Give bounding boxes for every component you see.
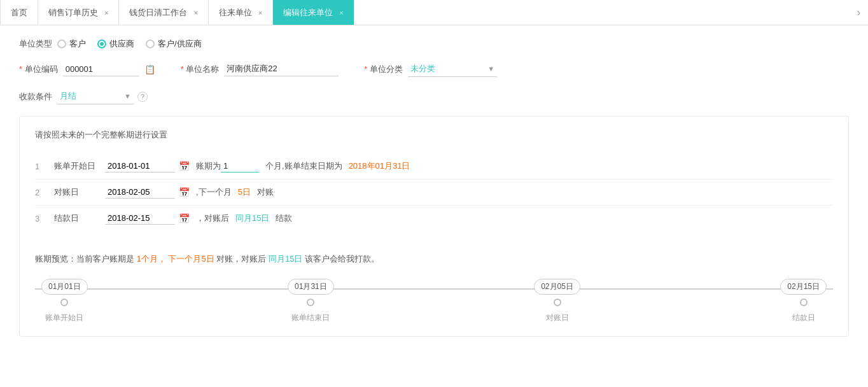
preview-p1: 1个月，	[137, 254, 166, 264]
preview-p2: 下一个月5日	[168, 254, 214, 264]
preview-text: 账期预览：当前客户账期是 1个月， 下一个月5日 对账，对账后 同月15日 该客…	[35, 251, 833, 266]
timeline: 01月01日 账单开始日 01月31日 账单结束日 02月05日 对账日	[35, 279, 833, 323]
unit-category-label: 单位分类	[364, 64, 403, 75]
tab-edit-partner[interactable]: 编辑往来单位 ×	[273, 0, 354, 25]
step-1-name: 账单开始日	[54, 160, 105, 172]
node-label-1: 账单结束日	[291, 313, 330, 323]
step-1-period[interactable]	[221, 160, 259, 172]
tab-sales-history-close[interactable]: ×	[104, 9, 108, 17]
step-2-num: 2	[35, 188, 54, 197]
step-2-cal-icon[interactable]: 📅	[179, 187, 190, 197]
tab-partner-close[interactable]: ×	[258, 9, 262, 17]
tab-more-button[interactable]: ›	[850, 7, 868, 18]
tab-edit-partner-close[interactable]: ×	[339, 9, 343, 17]
step-2-row: 2 对账日 📅 ,下一个月 5日 对账	[35, 179, 833, 206]
step-3-prefix: ，对账后	[196, 213, 229, 224]
payment-label: 收款条件	[19, 91, 52, 102]
step-1-suffix-after: 个月,账单结束日期为	[265, 160, 342, 172]
timeline-node-0: 01月01日 账单开始日	[41, 279, 88, 323]
node-dot-1	[307, 299, 314, 306]
step-1-date[interactable]	[105, 160, 175, 172]
step-1-cal-icon[interactable]: 📅	[179, 161, 190, 171]
step-2-suffix: 对账	[257, 186, 274, 198]
node-dot-3	[800, 299, 808, 306]
step-2-date[interactable]	[105, 186, 175, 199]
radio-supplier[interactable]: 供应商	[97, 38, 134, 50]
tab-home-label: 首页	[11, 7, 27, 18]
preview-p3: 对账，对账后	[216, 254, 266, 264]
step-3-date[interactable]	[105, 212, 175, 225]
preview-section: 账期预览：当前客户账期是 1个月， 下一个月5日 对账，对账后 同月15日 该客…	[35, 241, 833, 323]
tab-cash-work-label: 钱货日清工作台	[129, 7, 187, 18]
radio-supplier-circle	[97, 39, 106, 48]
node-badge-0: 01月01日	[41, 279, 88, 295]
step-3-cal-icon[interactable]: 📅	[179, 213, 190, 223]
preview-label: 账期预览：当前客户账期是	[35, 254, 134, 264]
preview-p5: 该客户会给我打款。	[305, 254, 379, 264]
unit-code-group: 单位编码 📋	[19, 62, 155, 76]
node-dot-0	[60, 299, 68, 306]
step-3-num: 3	[35, 214, 54, 223]
radio-customer[interactable]: 客户	[57, 38, 86, 50]
unit-type-radio-group: 客户 供应商 客户/供应商	[57, 38, 202, 50]
payment-arrow: ▼	[124, 92, 131, 100]
unit-type-row: 单位类型 客户 供应商 客户/供应商	[19, 38, 849, 50]
tab-partner-label: 往来单位	[219, 7, 252, 18]
payment-help-icon[interactable]: ?	[137, 92, 148, 102]
radio-customer-supplier[interactable]: 客户/供应商	[146, 38, 202, 50]
step-3-suffix: 结款	[276, 213, 292, 224]
preview-p4: 同月15日	[269, 254, 302, 264]
payment-value: 月结	[60, 90, 122, 102]
radio-supplier-label: 供应商	[109, 38, 134, 50]
unit-name-group: 单位名称	[181, 62, 339, 76]
unit-category-select[interactable]: 未分类 ▼	[408, 61, 497, 77]
step-1-suffix-before: 账期为	[196, 160, 221, 172]
tab-sales-history[interactable]: 销售订单历史 ×	[38, 0, 119, 25]
node-label-2: 对账日	[546, 313, 569, 323]
step-1-num: 1	[35, 162, 54, 171]
main-content: 单位类型 客户 供应商 客户/供应商 单位编码 📋 单位名称	[0, 25, 868, 387]
tab-edit-partner-label: 编辑往来单位	[283, 7, 333, 18]
unit-category-arrow: ▼	[487, 65, 494, 73]
unit-category-group: 单位分类 未分类 ▼	[364, 61, 497, 77]
step-2-highlight: 5日	[238, 186, 251, 198]
step-2-prefix: ,下一个月	[196, 186, 232, 198]
unit-code-input[interactable]	[63, 62, 139, 76]
unit-category-value: 未分类	[410, 63, 485, 74]
step-3-row: 3 结款日 📅 ，对账后 同月15日 结款	[35, 206, 833, 231]
radio-customer-supplier-circle	[146, 39, 155, 48]
step-2-name: 对账日	[54, 186, 105, 198]
steps-table: 1 账单开始日 📅 账期为 个月,账单结束日期为 2018年01月31日 2 对…	[35, 153, 833, 231]
radio-customer-circle	[57, 39, 66, 48]
radio-customer-label: 客户	[69, 38, 86, 50]
radio-customer-supplier-label: 客户/供应商	[158, 38, 202, 50]
step-1-row: 1 账单开始日 📅 账期为 个月,账单结束日期为 2018年01月31日	[35, 153, 833, 179]
step-3-highlight: 同月15日	[235, 213, 269, 224]
step-3-name: 结款日	[54, 213, 105, 224]
node-label-0: 账单开始日	[45, 313, 83, 323]
tab-sales-history-label: 销售订单历史	[48, 7, 98, 18]
tab-home[interactable]: 首页	[0, 0, 38, 25]
panel-title: 请按照未来的一个完整帐期进行设置	[35, 129, 833, 141]
unit-name-label: 单位名称	[181, 64, 220, 75]
timeline-node-3: 02月15日 结款日	[780, 279, 827, 323]
node-label-3: 结款日	[792, 313, 815, 323]
timeline-node-2: 02月05日 对账日	[534, 279, 580, 323]
unit-name-input[interactable]	[224, 62, 339, 76]
unit-type-label: 单位类型	[19, 38, 52, 50]
payment-select[interactable]: 月结 ▼	[57, 88, 134, 104]
node-badge-1: 01月31日	[288, 279, 334, 295]
node-badge-2: 02月05日	[534, 279, 580, 295]
node-badge-3: 02月15日	[780, 279, 827, 295]
unit-code-icon[interactable]: 📋	[144, 64, 155, 74]
tab-partner[interactable]: 往来单位 ×	[209, 0, 273, 25]
tabs-bar: 首页 销售订单历史 × 钱货日清工作台 × 往来单位 × 编辑往来单位 × ›	[0, 0, 868, 25]
unit-info-row: 单位编码 📋 单位名称 单位分类 未分类 ▼	[19, 61, 849, 77]
node-dot-2	[554, 299, 561, 306]
unit-code-label: 单位编码	[19, 64, 58, 75]
timeline-nodes: 01月01日 账单开始日 01月31日 账单结束日 02月05日 对账日	[41, 279, 827, 323]
settings-panel: 请按照未来的一个完整帐期进行设置 1 账单开始日 📅 账期为 个月,账单结束日期…	[19, 116, 849, 337]
timeline-node-1: 01月31日 账单结束日	[288, 279, 334, 323]
tab-cash-work[interactable]: 钱货日清工作台 ×	[119, 0, 208, 25]
tab-cash-work-close[interactable]: ×	[193, 9, 197, 17]
